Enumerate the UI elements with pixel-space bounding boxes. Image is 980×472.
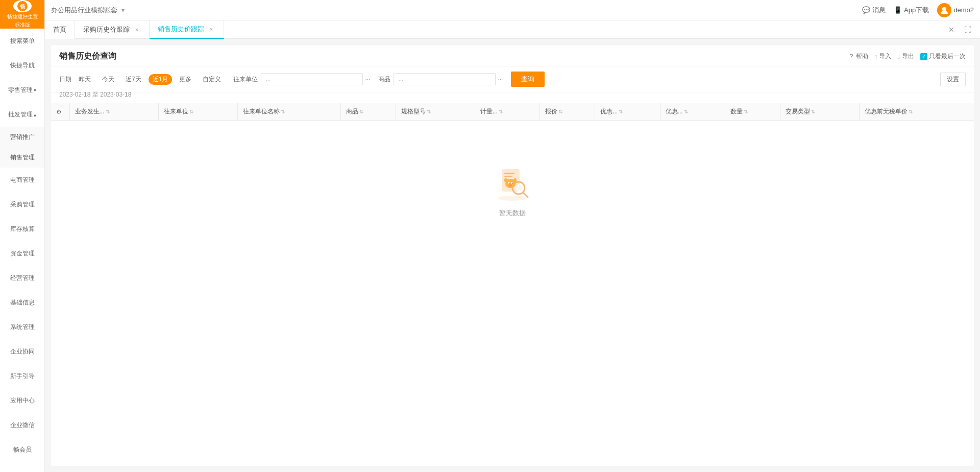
table-col-discount1[interactable]: 优惠... ⇅: [595, 103, 660, 121]
col-discount1-label: 优惠...: [600, 107, 618, 116]
col-product-label: 商品: [346, 107, 358, 116]
date-btn-more[interactable]: 更多: [175, 74, 195, 85]
product-filter-label: 商品: [378, 75, 390, 84]
logo-subtitle: 标准版: [15, 21, 30, 29]
sidebar-item-marketing[interactable]: 营销推广: [0, 127, 45, 147]
from-unit-ellipsis[interactable]: ···: [365, 76, 370, 83]
table-col-discount2[interactable]: 优惠... ⇅: [660, 103, 725, 121]
sidebar-item-label: 企业协同: [10, 347, 35, 356]
app-download-label: App下载: [904, 6, 929, 15]
sidebar-item-app-center[interactable]: 应用中心: [0, 388, 45, 413]
main-area: 办公用品行业模拟账套 ▾ 💬 消息 📱 App下载 demo2 首页: [45, 0, 980, 472]
page-actions: ？ 帮助 ↑ 导入 ↓ 导出 ✓ 只看最后一次: [848, 52, 966, 61]
sidebar-item-enterprise-collab[interactable]: 企业协同: [0, 339, 45, 364]
empty-state: 暂无数据: [51, 121, 974, 258]
col-unit-name-label: 往来单位名称: [243, 107, 280, 116]
date-btn-1month[interactable]: 近1月: [149, 74, 173, 85]
tab-purchase-history-close[interactable]: ×: [133, 26, 141, 34]
tab-home-label: 首页: [53, 25, 66, 34]
logo-icon: 畅: [13, 0, 32, 12]
table-col-trade-type[interactable]: 交易类型 ⇅: [780, 103, 859, 121]
message-button[interactable]: 💬 消息: [862, 6, 886, 15]
sidebar-item-new-guide[interactable]: 新手引导: [0, 364, 45, 388]
tab-sales-history-close[interactable]: ×: [207, 25, 215, 33]
sidebar-item-label: 应用中心: [10, 396, 35, 405]
table-col-quantity[interactable]: 数量 ⇅: [725, 103, 780, 121]
col-unit-label: 计量...: [480, 107, 498, 116]
sidebar-item-finance-mgmt[interactable]: 资金管理: [0, 241, 45, 266]
sort-icon: ⇅: [427, 109, 431, 114]
wholesale-submenu: 营销推广 销售管理: [0, 127, 45, 168]
date-btn-custom[interactable]: 自定义: [199, 74, 225, 85]
from-unit-input[interactable]: [261, 73, 363, 85]
page-header: 销售历史价查询 ？ 帮助 ↑ 导入 ↓ 导出 ✓: [51, 45, 974, 66]
app-download-button[interactable]: 📱 App下载: [894, 6, 929, 15]
sidebar-item-basic-info[interactable]: 基础信息: [0, 290, 45, 315]
phone-icon: 📱: [894, 6, 902, 14]
empty-text: 暂无数据: [499, 208, 526, 218]
import-icon: ↑: [874, 53, 877, 60]
topbar-dropdown-icon[interactable]: ▾: [121, 7, 125, 14]
sidebar-item-label: 批发管理: [8, 110, 33, 119]
svg-point-16: [509, 184, 512, 186]
topbar-left: 办公用品行业模拟账套 ▾: [51, 6, 125, 15]
help-icon: ？: [848, 52, 854, 61]
sidebar-item-quick-nav[interactable]: 快捷导航: [0, 53, 45, 78]
tab-fullscreen-button[interactable]: ⛶: [962, 23, 974, 36]
tabbar: 首页 采购历史价跟踪 × 销售历史价跟踪 × ✕ ⛶: [45, 20, 980, 39]
date-btn-7days[interactable]: 近7天: [121, 74, 145, 85]
table-gear-column[interactable]: ⚙: [51, 103, 69, 121]
user-avatar-area[interactable]: demo2: [937, 3, 974, 17]
table-col-spec[interactable]: 规格型号 ⇅: [396, 103, 475, 121]
table-col-quote[interactable]: 报价 ⇅: [540, 103, 595, 121]
svg-point-3: [498, 196, 527, 201]
date-filter-label: 日期: [59, 75, 71, 84]
sidebar-item-operations-mgmt[interactable]: 经营管理: [0, 266, 45, 290]
table-col-biz-date[interactable]: 业务发生... ⇅: [69, 103, 159, 121]
product-input[interactable]: [394, 73, 496, 85]
query-button[interactable]: 查询: [511, 72, 545, 87]
sidebar-item-label: 经营管理: [10, 274, 35, 282]
product-ellipsis[interactable]: ···: [498, 76, 503, 83]
date-btn-today[interactable]: 今天: [98, 74, 118, 85]
from-unit-filter-group: 往来单位 ···: [233, 73, 370, 85]
table-header: ⚙ 业务发生... ⇅ 往来单位: [51, 103, 974, 121]
app-logo[interactable]: 畅 畅捷通好生意 标准版: [0, 0, 45, 29]
table-col-unit[interactable]: 计量... ⇅: [475, 103, 540, 121]
sidebar-item-purchase-mgmt[interactable]: 采购管理: [0, 192, 45, 217]
sidebar-item-retail-mgmt[interactable]: 零售管理 ▾: [0, 78, 45, 102]
sidebar-item-label: 快捷导航: [10, 61, 35, 70]
sidebar-item-member[interactable]: 畅会员: [0, 437, 45, 462]
table-col-unit-code[interactable]: 往来单位 ⇅: [159, 103, 238, 121]
tab-sales-history[interactable]: 销售历史价跟踪 ×: [150, 20, 224, 39]
table-area: ⚙ 业务发生... ⇅ 往来单位: [51, 103, 974, 466]
date-btn-yesterday[interactable]: 昨天: [75, 74, 95, 85]
svg-point-17: [504, 178, 507, 182]
tabbar-actions: ✕ ⛶: [945, 23, 980, 36]
tab-close-all-button[interactable]: ✕: [945, 23, 958, 36]
table-col-unit-name[interactable]: 往来单位名称 ⇅: [237, 103, 340, 121]
help-button[interactable]: ？ 帮助: [848, 52, 868, 61]
sidebar-item-inventory[interactable]: 库存核算: [0, 217, 45, 241]
table-col-product[interactable]: 商品 ⇅: [340, 103, 396, 121]
sidebar-item-ecommerce-mgmt[interactable]: 电商管理: [0, 168, 45, 192]
sidebar-item-label: 畅会员: [13, 445, 32, 454]
import-button[interactable]: ↑ 导入: [874, 52, 891, 61]
table-col-notax-price[interactable]: 优惠前无税单价 ⇅: [859, 103, 974, 121]
sidebar-item-sales-mgmt[interactable]: 销售管理: [0, 147, 45, 168]
from-unit-input-wrapper: ···: [261, 73, 370, 85]
only-last-toggle[interactable]: ✓ 只看最后一次: [920, 52, 966, 61]
sidebar-item-enterprise-wechat[interactable]: 企业微信: [0, 413, 45, 437]
sidebar-item-wholesale-mgmt[interactable]: 批发管理 ▴: [0, 102, 45, 127]
export-button[interactable]: ↓ 导出: [897, 52, 914, 61]
settings-button[interactable]: 设置: [940, 73, 966, 86]
sidebar-item-search-menu[interactable]: 搜索菜单: [0, 29, 45, 53]
tab-home[interactable]: 首页: [45, 20, 75, 39]
import-label: 导入: [879, 52, 891, 61]
gear-icon[interactable]: ⚙: [56, 108, 62, 115]
export-icon: ↓: [897, 53, 900, 60]
sidebar-item-system-mgmt[interactable]: 系统管理: [0, 315, 45, 339]
sort-icon: ⇅: [684, 109, 688, 114]
sort-icon: ⇅: [106, 109, 110, 114]
tab-purchase-history[interactable]: 采购历史价跟踪 ×: [75, 20, 150, 39]
